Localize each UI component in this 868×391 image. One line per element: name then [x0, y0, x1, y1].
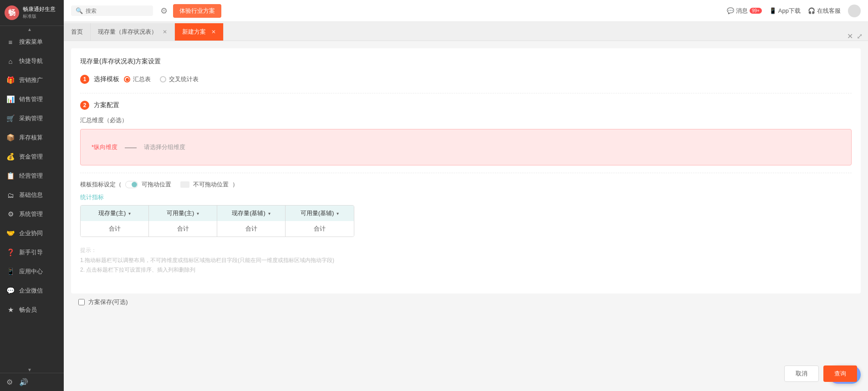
settings-footer-icon[interactable]: ⚙	[6, 378, 13, 386]
inventory-icon: 📦	[6, 134, 15, 142]
non-draggable-badge	[180, 181, 189, 188]
sidebar-item-newbie[interactable]: ❓ 新手引导	[0, 243, 64, 262]
step2-label: 方案配置	[94, 101, 119, 109]
tab-new-plan-close-icon[interactable]: ✕	[211, 29, 216, 35]
vertical-dimension-separator: ——	[125, 144, 137, 151]
sidebar-item-label: 应用中心	[19, 268, 43, 276]
query-button[interactable]: 查询	[823, 365, 857, 382]
stats-col1-body: 合计	[81, 221, 149, 237]
content-area: 现存量(库存状况表)方案设置 1 选择模板 汇总表 交叉统计表	[64, 41, 868, 391]
sidebar-item-operations[interactable]: 📋 经营管理	[0, 166, 64, 185]
content-footer: 方案保存(可选)	[71, 293, 861, 314]
tab-close-window-icon[interactable]: ✕	[847, 32, 853, 41]
sidebar-item-basic-info[interactable]: 🗂 基础信息	[0, 185, 64, 205]
messages-button[interactable]: 💬 消息 99+	[727, 7, 762, 15]
search-input[interactable]	[86, 8, 140, 14]
col4-chevron-icon: ▾	[337, 211, 339, 216]
sidebar-footer: ⚙ 🔊	[0, 373, 64, 391]
sidebar-item-label: 系统管理	[19, 210, 43, 218]
tab-bar: 首页 现存量（库存状况表） ✕ 新建方案 ✕ ✕ ⤢	[64, 22, 868, 41]
tips-title: 提示：	[80, 247, 97, 253]
sidebar-item-label: 搜索菜单	[19, 38, 43, 46]
tips-item1: 1.拖动标题栏可以调整布局，不可跨维度或指标区域拖动栏目字段(只能在同一维度或指…	[80, 257, 334, 263]
radio-cross[interactable]: 交叉统计表	[160, 75, 199, 83]
stats-col1-header[interactable]: 现存量(主) ▾	[81, 206, 149, 221]
sidebar-item-label: 库存核算	[19, 134, 43, 142]
sidebar-item-member[interactable]: ★ 畅会员	[0, 300, 64, 319]
sound-footer-icon[interactable]: 🔊	[19, 378, 28, 386]
app-name: 畅康通好生意	[23, 6, 56, 13]
tips-item2: 2. 点击标题栏下拉可设置排序、插入列和删除列	[80, 267, 195, 273]
search-menu-icon: ≡	[6, 38, 15, 46]
system-icon: ⚙	[6, 210, 15, 218]
app-version: 标准版	[23, 13, 56, 20]
search-box[interactable]: 🔍	[71, 5, 153, 16]
draggable-badge	[125, 181, 138, 188]
tab-home-label: 首页	[71, 28, 83, 36]
topbar: 🔍 ⚙ 体验行业方案 💬 消息 99+ 📱 App下载 🎧 在线客服	[64, 0, 868, 22]
sidebar-item-purchase[interactable]: 🛒 采购管理	[0, 109, 64, 128]
scroll-down-arrow[interactable]: ▼	[0, 366, 59, 373]
finance-icon: 💰	[6, 153, 15, 161]
trial-industry-button[interactable]: 体验行业方案	[173, 4, 221, 18]
sidebar-item-label: 采购管理	[19, 114, 43, 123]
stats-col3-header[interactable]: 现存量(基辅) ▾	[217, 206, 286, 221]
indicator-settings-section: 模板指标设定（ 可拖动位置 不可拖动位置 ） 统计指标 现存量(主)	[80, 180, 852, 238]
save-plan-label: 方案保存(可选)	[88, 298, 128, 306]
topbar-settings-icon[interactable]: ⚙	[160, 6, 168, 16]
sidebar-item-system[interactable]: ⚙ 系统管理	[0, 205, 64, 224]
search-icon: 🔍	[76, 7, 83, 14]
sidebar-item-sales[interactable]: 📊 销售管理	[0, 90, 64, 109]
save-plan-checkbox[interactable]	[78, 299, 85, 305]
radio-summary[interactable]: 汇总表	[124, 75, 151, 83]
indicator-settings-label: 模板指标设定（ 可拖动位置 不可拖动位置 ）	[80, 180, 852, 189]
step1-section: 1 选择模板 汇总表 交叉统计表	[80, 75, 852, 84]
wechat-icon: 💬	[6, 287, 15, 295]
app-download-label: App下载	[778, 7, 801, 15]
sidebar-item-finance[interactable]: 💰 资金管理	[0, 147, 64, 166]
step1-label: 选择模板	[94, 75, 119, 83]
scroll-up-arrow[interactable]: ▲	[0, 26, 59, 32]
customer-service-button[interactable]: 🎧 在线客服	[808, 7, 841, 15]
dimension-area[interactable]: *纵向维度 —— 请选择分组维度	[80, 129, 852, 165]
stats-col4-header[interactable]: 可用量(基辅) ▾	[286, 206, 354, 221]
customer-service-label: 在线客服	[817, 7, 841, 15]
tab-inventory-status[interactable]: 现存量（库存状况表） ✕	[91, 23, 175, 41]
message-icon: 💬	[727, 7, 734, 14]
stats-col2-header[interactable]: 可用量(主) ▾	[149, 206, 217, 221]
cancel-button[interactable]: 取消	[784, 365, 819, 382]
newbie-icon: ❓	[6, 248, 15, 257]
col2-chevron-icon: ▾	[197, 211, 199, 216]
sidebar-item-search-menu[interactable]: ≡ 搜索菜单	[0, 32, 64, 51]
stats-col2-body: 合计	[149, 221, 217, 237]
sidebar-item-label: 销售管理	[19, 95, 43, 103]
sidebar-item-app-center[interactable]: 📱 应用中心	[0, 262, 64, 281]
user-avatar[interactable]	[848, 5, 861, 17]
sidebar-nav: ≡ 搜索菜单 ⌂ 快捷导航 🎁 营销推广 📊 销售管理 🛒 采购管理 📦 库存核…	[0, 32, 64, 366]
sidebar-item-label: 畅会员	[19, 306, 37, 314]
tab-inventory-close-icon[interactable]: ✕	[163, 29, 167, 35]
sidebar-item-quick-nav[interactable]: ⌂ 快捷导航	[0, 51, 64, 71]
summary-dimension-section: 汇总维度（必选） *纵向维度 —— 请选择分组维度	[80, 116, 852, 165]
member-icon: ★	[6, 306, 15, 314]
sidebar-item-label: 企业微信	[19, 287, 43, 295]
tab-new-plan[interactable]: 新建方案 ✕	[175, 23, 224, 41]
sidebar-item-marketing[interactable]: 🎁 营销推广	[0, 71, 64, 90]
page-title: 现存量(库存状况表)方案设置	[80, 57, 852, 66]
tab-home[interactable]: 首页	[64, 23, 91, 41]
draggable-label: 可拖动位置	[142, 180, 171, 189]
non-draggable-label: 不可拖动位置	[193, 180, 229, 189]
sidebar-item-label: 营销推广	[19, 76, 43, 84]
bottom-actions: 取消 查询	[784, 365, 857, 382]
sidebar-item-wechat[interactable]: 💬 企业微信	[0, 281, 64, 300]
marketing-icon: 🎁	[6, 76, 15, 84]
tab-expand-icon[interactable]: ⤢	[857, 32, 863, 41]
sidebar-item-label: 基础信息	[19, 191, 43, 199]
sales-icon: 📊	[6, 95, 15, 103]
settings-panel: 现存量(库存状况表)方案设置 1 选择模板 汇总表 交叉统计表	[71, 48, 861, 293]
topbar-right: 💬 消息 99+ 📱 App下载 🎧 在线客服	[727, 5, 861, 17]
app-download-button[interactable]: 📱 App下载	[769, 7, 801, 15]
summary-dimension-label: 汇总维度（必选）	[80, 116, 852, 124]
sidebar-item-enterprise[interactable]: 🤝 企业协同	[0, 224, 64, 243]
sidebar-item-inventory[interactable]: 📦 库存核算	[0, 128, 64, 147]
